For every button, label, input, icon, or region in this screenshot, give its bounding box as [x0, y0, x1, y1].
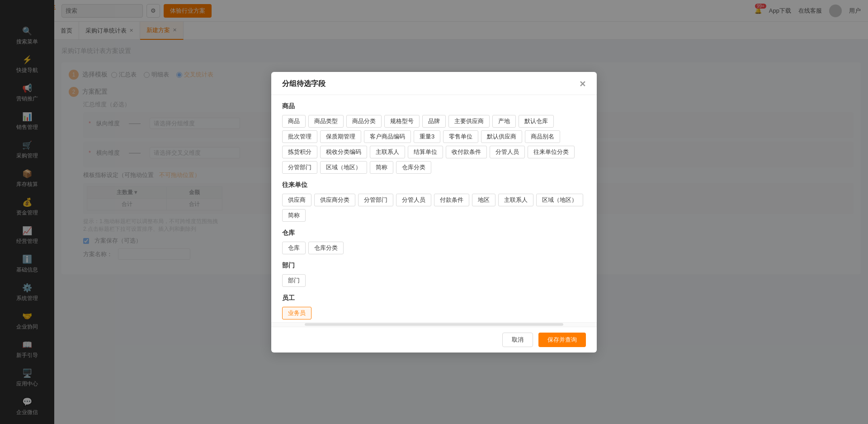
tag-origin[interactable]: 产地	[492, 115, 516, 128]
confirm-button[interactable]: 保存并查询	[538, 333, 586, 347]
tag-pick-points[interactable]: 拣货积分	[282, 146, 317, 158]
section-department-tags: 部门	[282, 274, 586, 287]
tag-partner-staff[interactable]: 分管人员	[396, 194, 431, 206]
modal-title: 分组待选字段	[282, 79, 326, 89]
tag-payment-terms[interactable]: 收付款条件	[446, 146, 487, 158]
tag-product-alias[interactable]: 商品别名	[525, 130, 560, 143]
tag-area[interactable]: 地区	[472, 194, 495, 206]
section-department-title: 部门	[282, 262, 586, 270]
section-department: 部门 部门	[282, 262, 586, 287]
tag-partner-contact[interactable]: 主联系人	[498, 194, 533, 206]
section-product-tags: 商品 商品类型 商品分类 规格型号 品牌 主要供应商 产地 默认仓库 批次管理 …	[282, 115, 586, 174]
tag-payment-cond[interactable]: 付款条件	[434, 194, 469, 206]
section-partner: 往来单位 供应商 供应商分类 分管部门 分管人员 付款条件 地区 主联系人 区域…	[282, 181, 586, 222]
tag-spec-model[interactable]: 规格型号	[384, 115, 420, 128]
tag-warehouse-cat[interactable]: 仓库分类	[396, 161, 431, 174]
section-warehouse: 仓库 仓库 仓库分类	[282, 229, 586, 254]
tag-weight[interactable]: 重量3	[414, 130, 440, 143]
modal-overlay: 分组待选字段 ✕ 商品 商品 商品类型 商品分类 规格型号 品牌 主要供应商 产…	[0, 0, 868, 424]
modal-hscrollbar[interactable]	[271, 322, 597, 326]
tag-admin-dept[interactable]: 分管部门	[282, 161, 317, 174]
tag-supplier[interactable]: 供应商	[282, 194, 311, 206]
tag-salesperson[interactable]: 业务员	[282, 307, 311, 319]
modal-footer: 取消 保存并查询	[271, 327, 597, 353]
tag-settlement-unit[interactable]: 结算单位	[408, 146, 443, 158]
hscroll-thumb[interactable]	[305, 323, 564, 326]
tag-main-supplier[interactable]: 主要供应商	[448, 115, 490, 128]
tag-region-partner[interactable]: 区域（地区）	[536, 194, 583, 206]
section-warehouse-title: 仓库	[282, 229, 586, 237]
tag-supplier-category[interactable]: 供应商分类	[314, 194, 355, 206]
tag-batch-mgmt[interactable]: 批次管理	[282, 130, 317, 143]
modal-body: 商品 商品 商品类型 商品分类 规格型号 品牌 主要供应商 产地 默认仓库 批次…	[271, 95, 597, 323]
section-partner-title: 往来单位	[282, 181, 586, 189]
tag-admin-staff[interactable]: 分管人员	[490, 146, 525, 158]
tag-default-warehouse[interactable]: 默认仓库	[519, 115, 554, 128]
tag-brand[interactable]: 品牌	[422, 115, 446, 128]
tag-product-type[interactable]: 商品类型	[308, 115, 344, 128]
tag-default-supplier[interactable]: 默认供应商	[481, 130, 522, 143]
tag-main-contact[interactable]: 主联系人	[370, 146, 405, 158]
tag-warehouse-category[interactable]: 仓库分类	[308, 242, 344, 254]
modal-close-btn[interactable]: ✕	[579, 79, 586, 89]
section-employee: 员工 业务员	[282, 294, 586, 319]
section-employee-tags: 业务员	[282, 307, 586, 319]
cancel-button[interactable]: 取消	[502, 333, 533, 347]
tag-product-category[interactable]: 商品分类	[346, 115, 382, 128]
tag-retail-unit[interactable]: 零售单位	[443, 130, 478, 143]
tag-product[interactable]: 商品	[282, 115, 306, 128]
field-selection-modal: 分组待选字段 ✕ 商品 商品 商品类型 商品分类 规格型号 品牌 主要供应商 产…	[271, 72, 597, 353]
tag-region-product[interactable]: 区域（地区）	[320, 161, 367, 174]
tag-partner-dept[interactable]: 分管部门	[358, 194, 393, 206]
tag-department[interactable]: 部门	[282, 274, 306, 287]
section-warehouse-tags: 仓库 仓库分类	[282, 242, 586, 254]
section-product: 商品 商品 商品类型 商品分类 规格型号 品牌 主要供应商 产地 默认仓库 批次…	[282, 102, 586, 174]
section-employee-title: 员工	[282, 294, 586, 302]
section-product-title: 商品	[282, 102, 586, 110]
tag-related-category[interactable]: 往来单位分类	[528, 146, 575, 158]
modal-header: 分组待选字段 ✕	[271, 72, 597, 95]
tag-quality-mgmt[interactable]: 保质期管理	[320, 130, 361, 143]
tag-customer-code[interactable]: 客户商品编码	[364, 130, 411, 143]
section-partner-tags: 供应商 供应商分类 分管部门 分管人员 付款条件 地区 主联系人 区域（地区） …	[282, 194, 586, 222]
tag-abbr-product[interactable]: 简称	[370, 161, 393, 174]
tag-abbr-partner[interactable]: 简称	[282, 209, 306, 222]
tag-warehouse[interactable]: 仓库	[282, 242, 306, 254]
tag-tax-code[interactable]: 税收分类编码	[320, 146, 367, 158]
